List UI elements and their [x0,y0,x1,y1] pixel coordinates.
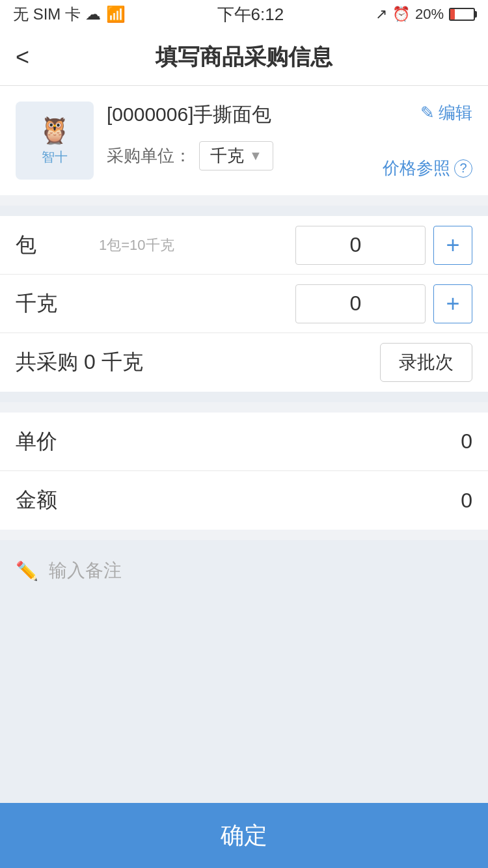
total-row: 共采购 0 千克 录批次 [0,333,488,392]
price-ref-label: 价格参照 [383,157,450,180]
unit-label: 采购单位： [107,144,191,167]
chevron-down-icon: ▼ [249,148,262,163]
bag-sub-label: 1包=10千克 [99,236,174,255]
unit-price-value: 0 [461,429,472,454]
product-logo-text: 智十 [42,148,68,166]
edit-icon: ✎ [420,103,435,123]
confirm-label: 确定 [221,820,267,852]
kg-label: 千克 [16,290,94,318]
nav-bar: < 填写商品采购信息 [0,29,488,86]
notes-section[interactable]: ✏️ 输入备注 [0,540,488,601]
input-section: 包 1包=10千克 + 千克 + [0,216,488,333]
notes-placeholder: 输入备注 [49,558,122,583]
edit-button[interactable]: ✎ 编辑 [420,102,472,124]
kg-plus-button[interactable]: + [433,284,472,323]
kg-input-row: 千克 + [0,275,488,333]
page-title: 填写商品采购信息 [156,42,332,72]
bag-input-row: 包 1包=10千克 + [0,216,488,275]
unit-selector[interactable]: 千克 ▼ [199,141,273,170]
unit-value: 千克 [210,144,244,167]
back-button[interactable]: < [16,44,29,71]
product-logo-icon: 🦉 [38,115,71,146]
main-content: 🦉 智十 [0000006]手撕面包 采购单位： 千克 ▼ ✎ 编辑 价格参照 … [0,86,488,868]
location-icon: ↗ [375,6,387,23]
batch-button[interactable]: 录批次 [380,343,472,382]
amount-row: 金额 0 [0,471,488,530]
sim-label: 无 SIM 卡 ☁ [13,4,101,25]
bag-quantity-input[interactable] [295,226,426,265]
price-amount-section: 单价 0 金额 0 [0,413,488,530]
section-divider-2 [0,392,488,402]
edit-label: 编辑 [439,102,472,124]
product-thumbnail: 🦉 智十 [16,102,94,180]
status-time: 下午6:12 [217,3,284,26]
product-card: 🦉 智十 [0000006]手撕面包 采购单位： 千克 ▼ ✎ 编辑 价格参照 … [0,86,488,195]
wifi-icon: 📶 [106,5,126,23]
bag-label: 包 [16,231,94,260]
unit-price-row: 单价 0 [0,413,488,471]
bag-plus-button[interactable]: + [433,226,472,265]
alarm-icon: ⏰ [392,6,410,23]
section-divider-1 [0,206,488,216]
amount-value: 0 [461,489,472,513]
product-name: [0000006]手撕面包 [107,102,472,128]
kg-quantity-input[interactable] [295,284,426,323]
price-reference-button[interactable]: 价格参照 ? [383,157,472,180]
battery-percent: 20% [415,6,444,23]
status-left: 无 SIM 卡 ☁ 📶 [13,4,126,25]
confirm-button[interactable]: 确定 [0,803,488,868]
status-bar: 无 SIM 卡 ☁ 📶 下午6:12 ↗ ⏰ 20% [0,0,488,29]
battery-icon [449,8,475,21]
status-right: ↗ ⏰ 20% [375,6,475,23]
info-icon: ? [454,159,472,178]
pencil-icon: ✏️ [16,560,38,582]
amount-label: 金额 [16,486,461,515]
total-label: 共采购 0 千克 [16,348,380,377]
unit-price-label: 单价 [16,427,461,456]
